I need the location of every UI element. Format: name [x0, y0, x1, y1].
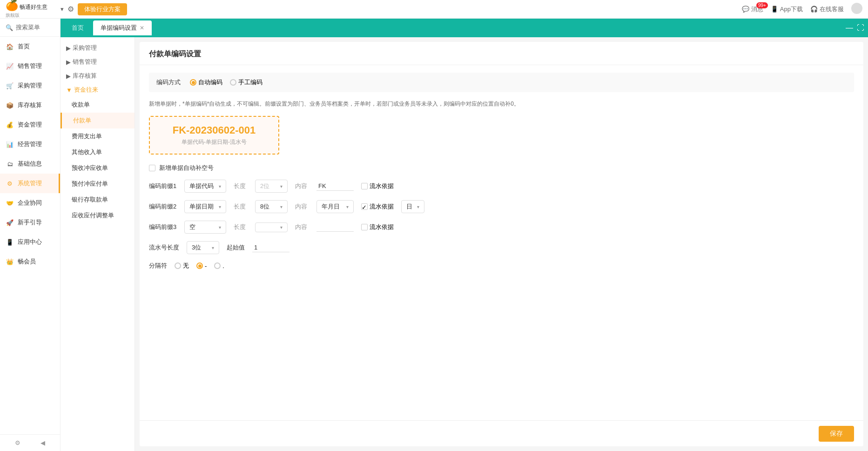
- sidebar-item-newguide[interactable]: 🚀 新手引导: [0, 213, 60, 232]
- prefix2-serial-unit-select[interactable]: 日 ▾: [401, 200, 424, 213]
- prefix1-content-input[interactable]: [316, 182, 354, 191]
- tab-bar-actions: — ⛶: [846, 24, 864, 32]
- sidebar-item-sales[interactable]: 📈 销售管理: [0, 56, 60, 76]
- content-body: ▶ 采购管理 ▶ 销售管理 ▶ 库存核算 ▼ 资金往来 收款单 付款单 费用支出…: [61, 37, 868, 451]
- separator-row: 分隔符 无 - .: [149, 262, 854, 270]
- prefix2-content-select[interactable]: 年月日 ▾: [316, 200, 354, 213]
- trial-button[interactable]: 体验行业方案: [78, 3, 127, 15]
- separator-dot-radio[interactable]: .: [214, 263, 224, 269]
- sidebar-item-expense[interactable]: 费用支出单: [61, 128, 135, 144]
- chevron-down-icon-p2l: ▾: [280, 204, 283, 209]
- sidebar-item-basic[interactable]: 🗂 基础信息: [0, 154, 60, 174]
- inventory-icon: 📦: [6, 101, 14, 109]
- sidebar-item-member[interactable]: 👑 畅会员: [0, 252, 60, 271]
- chevron-down-icon-p2u: ▾: [417, 204, 419, 209]
- sidebar-item-inventory[interactable]: 📦 库存核算: [0, 95, 60, 115]
- app-download-button[interactable]: 📱 App下载: [771, 5, 803, 13]
- newguide-icon: 🚀: [6, 218, 14, 227]
- prefix2-select[interactable]: 单据日期 ▾: [184, 200, 226, 213]
- prefix2-serial-checkbox-box[interactable]: ✓: [361, 203, 368, 210]
- chevron-down-icon-p1l: ▾: [280, 184, 283, 189]
- prefix1-length-select[interactable]: 2位 ▾: [255, 180, 288, 193]
- chevron-down-icon-p3: ▾: [219, 225, 221, 230]
- sidebar-item-receipt[interactable]: 收款单: [61, 97, 135, 113]
- auto-fill-checkbox[interactable]: [149, 165, 155, 171]
- sidebar-item-payment[interactable]: 付款单: [61, 113, 135, 128]
- chevron-down-icon-p3l: ▾: [280, 225, 283, 230]
- sidebar-item-operations[interactable]: 📊 经营管理: [0, 135, 60, 154]
- search-menu[interactable]: 🔍 搜索菜单: [0, 19, 60, 37]
- user-avatar[interactable]: [851, 3, 862, 15]
- chevron-right-icon: ▶: [66, 45, 71, 52]
- separator-dash-radio[interactable]: -: [196, 263, 207, 269]
- prefix1-serial-checkbox[interactable]: 流水依据: [361, 182, 394, 190]
- sidebar-group-funds[interactable]: ▼ 资金往来: [61, 83, 135, 97]
- page-title: 付款单编码设置: [140, 42, 863, 65]
- sidebar-item-cooperation[interactable]: 🤝 企业协同: [0, 193, 60, 213]
- chevron-down-icon-p2: ▾: [219, 204, 221, 209]
- serial-length-select[interactable]: 3位 ▾: [187, 241, 219, 254]
- purchase-icon: 🛒: [6, 81, 14, 90]
- top-bar: 🍊 畅通好生意 旗舰版 ▾ ⚙ 体验行业方案 💬 消息 99+ 📱 App下载 …: [0, 0, 868, 19]
- sidebar-item-system[interactable]: ⚙ 系统管理: [0, 174, 60, 193]
- serial-start-input[interactable]: [252, 243, 289, 252]
- chevron-down-icon: ▼: [66, 87, 72, 94]
- prefix3-serial-checkbox-box[interactable]: [361, 224, 368, 230]
- sidebar-group-inventory[interactable]: ▶ 库存核算: [61, 69, 135, 83]
- prefix3-select[interactable]: 空 ▾: [184, 221, 226, 234]
- sidebar-item-other-income[interactable]: 其他收入单: [61, 144, 135, 160]
- tab-home[interactable]: 首页: [64, 20, 91, 35]
- code-method-radio-group: 自动编码 手工编码: [190, 78, 262, 87]
- chevron-down-icon-p1: ▾: [219, 184, 221, 189]
- save-button[interactable]: 保存: [819, 426, 854, 442]
- serial-row: 流水号长度 3位 ▾ 起始值: [149, 241, 854, 254]
- chevron-down-icon-serial: ▾: [212, 245, 214, 250]
- sidebar-item-purchase[interactable]: 🛒 采购管理: [0, 76, 60, 95]
- tab-close-icon[interactable]: ✕: [140, 25, 144, 31]
- sales-icon: 📈: [6, 62, 14, 70]
- system-icon: ⚙: [6, 179, 14, 188]
- separator-none-radio-circle: [175, 263, 181, 269]
- top-bar-right: 💬 消息 99+ 📱 App下载 🎧 在线客服: [742, 3, 862, 15]
- tab-minimize-icon[interactable]: —: [846, 24, 853, 32]
- prefix1-select[interactable]: 单据代码 ▾: [184, 180, 226, 193]
- top-bar-left: 🍊 畅通好生意 旗舰版 ▾ ⚙ 体验行业方案: [6, 0, 738, 19]
- message-button[interactable]: 💬 消息 99+: [742, 5, 763, 13]
- chevron-down-icon-p2c: ▾: [346, 204, 349, 209]
- sidebar-item-receivable-adjust[interactable]: 应收应付调整单: [61, 208, 135, 223]
- auto-code-radio-circle: [190, 79, 196, 86]
- online-service-button[interactable]: 🎧 在线客服: [810, 5, 844, 13]
- sidebar-item-appcenter[interactable]: 📱 应用中心: [0, 232, 60, 252]
- sidebar-group-purchase[interactable]: ▶ 采购管理: [61, 41, 135, 55]
- prefix1-row: 编码前缀1 单据代码 ▾ 长度 2位 ▾ 内容: [149, 180, 854, 193]
- info-text: 新增单据时，*单据编码*自动生成，不可编辑。前缀设置为部门、业务员等档案类，开单…: [149, 100, 854, 108]
- top-bar-nav-dropdown[interactable]: ▾: [61, 6, 64, 13]
- sidebar-group-sales[interactable]: ▶ 销售管理: [61, 55, 135, 69]
- sidebar-item-bank-deposit[interactable]: 银行存取款单: [61, 192, 135, 208]
- tab-code-setting[interactable]: 单据编码设置 ✕: [93, 20, 152, 35]
- separator-none-radio[interactable]: 无: [175, 262, 189, 270]
- prefix2-length-select[interactable]: 8位 ▾: [255, 200, 288, 213]
- prefix1-serial-checkbox-box[interactable]: [361, 183, 368, 189]
- settings-icon[interactable]: ⚙: [67, 5, 74, 13]
- prefix3-length-select[interactable]: ▾: [255, 222, 288, 232]
- chevron-right-icon-3: ▶: [66, 73, 71, 80]
- app-logo: 🍊 畅通好生意 旗舰版: [6, 0, 47, 19]
- sidebar-item-advance-pay[interactable]: 预付冲应付单: [61, 176, 135, 192]
- nav-collapse-icon[interactable]: ◀: [40, 439, 45, 446]
- sidebar-item-advance-receipt[interactable]: 预收冲应收单: [61, 160, 135, 176]
- manual-code-radio[interactable]: 手工编码: [230, 78, 262, 87]
- tab-bar: 首页 单据编码设置 ✕ — ⛶: [61, 19, 868, 37]
- bottom-bar: 保存: [140, 420, 863, 446]
- search-icon: 🔍: [6, 24, 13, 31]
- sidebar-item-home[interactable]: 🏠 首页: [0, 37, 60, 56]
- prefix2-serial-checkbox[interactable]: ✓ 流水依据: [361, 202, 394, 211]
- nav-settings-icon[interactable]: ⚙: [15, 439, 20, 446]
- tab-maximize-icon[interactable]: ⛶: [857, 24, 864, 32]
- prefix3-content-input[interactable]: [316, 222, 354, 232]
- auto-code-radio[interactable]: 自动编码: [190, 78, 222, 87]
- prefix3-serial-checkbox[interactable]: 流水依据: [361, 223, 394, 231]
- left-nav: 🔍 搜索菜单 🏠 首页 📈 销售管理 🛒 采购管理 📦 库存核算 💰 资金管理 …: [0, 19, 61, 451]
- sidebar-item-finance[interactable]: 💰 资金管理: [0, 115, 60, 135]
- second-sidebar: ▶ 采购管理 ▶ 销售管理 ▶ 库存核算 ▼ 资金往来 收款单 付款单 费用支出…: [61, 37, 135, 451]
